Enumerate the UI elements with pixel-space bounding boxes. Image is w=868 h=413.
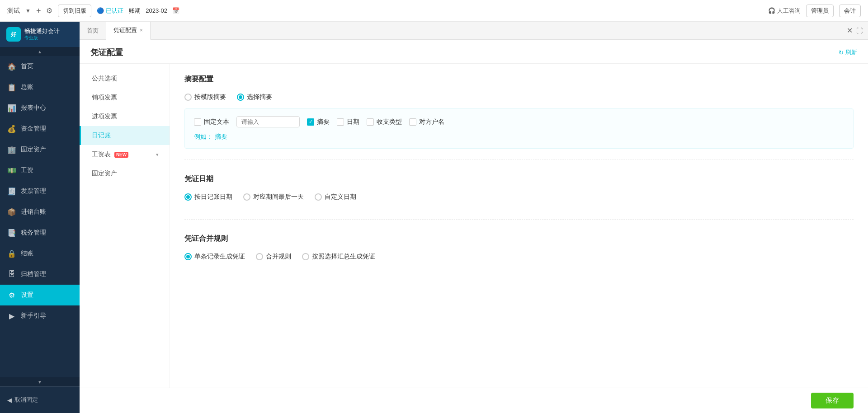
report-icon: 📊 <box>7 103 16 113</box>
company-dropdown-icon[interactable]: ▼ <box>25 8 31 14</box>
period-label: 账期 2023-02 📅 <box>129 7 179 15</box>
save-button[interactable]: 保存 <box>811 393 854 408</box>
radio-select-summary-circle <box>237 94 244 101</box>
tab-close-icon[interactable]: × <box>140 27 143 33</box>
sidebar-item-assets[interactable]: 🏢 固定资产 <box>0 139 80 160</box>
sidebar-item-report[interactable]: 📊 报表中心 <box>0 98 80 118</box>
checkbox-fixed-text[interactable]: 固定文本 <box>194 118 229 126</box>
sidebar-item-home[interactable]: 🏠 首页 <box>0 56 80 77</box>
sidebar-item-tax[interactable]: 📑 税务管理 <box>0 222 80 243</box>
radio-single-record-circle <box>184 253 192 260</box>
cancel-fixed-button[interactable]: ◀ 取消固定 <box>0 391 80 408</box>
calendar-icon[interactable]: 📅 <box>172 7 179 14</box>
sidebar-item-trade[interactable]: 📦 进销台账 <box>0 202 80 222</box>
sidebar: 好 畅捷通好会计 专业版 ▲ 🏠 首页 📋 总账 📊 报表中心 💰 资金管理 <box>0 22 80 413</box>
radio-journal-date[interactable]: 按日记账日期 <box>184 193 232 201</box>
refresh-button[interactable]: ↻ 刷新 <box>839 48 857 56</box>
refresh-icon: ↻ <box>839 49 844 56</box>
consult-button[interactable]: 🎧 人工咨询 <box>768 7 801 15</box>
summary-radio-group: 按模版摘要 选择摘要 <box>184 93 854 101</box>
left-nav-sales[interactable]: 销项发票 <box>80 88 170 107</box>
left-nav-fixed-assets[interactable]: 固定资产 <box>80 164 170 183</box>
sidebar-item-invoice[interactable]: 🧾 发票管理 <box>0 181 80 202</box>
merge-section-title: 凭证合并规则 <box>184 234 854 244</box>
switch-version-button[interactable]: 切到旧版 <box>58 5 91 17</box>
checkbox-summary[interactable]: ✓ 摘要 <box>307 118 330 126</box>
example-text: 例如： 摘要 <box>194 133 844 141</box>
close-panel-icon[interactable]: ✕ <box>847 26 853 35</box>
left-nav: 公共选项 销项发票 进项发票 日记账 工资表 <box>80 64 170 388</box>
logo-text: 畅捷通好会计 专业版 <box>24 28 60 42</box>
sidebar-scroll-up[interactable]: ▲ <box>0 47 80 56</box>
page-content: 凭证配置 ↻ 刷新 公共选项 销项发票 进项发票 <box>80 40 868 388</box>
radio-journal-date-circle <box>184 193 192 201</box>
sidebar-item-ledger[interactable]: 📋 总账 <box>0 77 80 98</box>
headset-icon: 🎧 <box>768 7 775 14</box>
checkbox-date[interactable]: 日期 <box>337 118 359 126</box>
radio-merge-rules-circle <box>256 253 263 260</box>
summary-section: 摘要配置 按模版摘要 选择摘要 <box>184 75 854 160</box>
sidebar-scroll-down[interactable]: ▼ <box>0 377 80 386</box>
summary-config-box: 固定文本 ✓ 摘要 日期 <box>184 108 854 149</box>
page-header: 凭证配置 ↻ 刷新 <box>80 40 868 64</box>
checkbox-income-type[interactable]: 收支类型 <box>367 118 402 126</box>
radio-single-record[interactable]: 单条记录生成凭证 <box>184 253 245 261</box>
sidebar-item-settings[interactable]: ⚙ 设置 <box>0 285 80 305</box>
radio-template[interactable]: 按模版摘要 <box>184 93 226 101</box>
income-type-checkbox <box>367 118 374 126</box>
left-nav-journal[interactable]: 日记账 <box>80 126 170 145</box>
radio-merge-rules[interactable]: 合并规则 <box>256 253 291 261</box>
expand-icon[interactable]: ⛶ <box>856 27 863 34</box>
guide-icon: ▶ <box>7 311 16 320</box>
add-icon[interactable]: + <box>36 7 41 15</box>
fixed-text-input[interactable] <box>236 116 300 127</box>
ledger-icon: 📋 <box>7 83 16 92</box>
bottom-bar: 保存 <box>80 388 868 413</box>
date-section: 凭证日期 按日记账日期 对应期间最后一天 <box>184 174 854 220</box>
counterpart-checkbox <box>409 118 416 126</box>
left-nav-public[interactable]: 公共选项 <box>80 69 170 88</box>
tabs-actions: ✕ ⛶ <box>841 22 868 39</box>
left-nav-purchase[interactable]: 进项发票 <box>80 107 170 126</box>
merge-radio-group: 单条记录生成凭证 合并规则 按照选择汇总生成凭证 <box>184 253 854 261</box>
payroll-expand-icon[interactable]: ▾ <box>156 152 159 158</box>
sidebar-item-close[interactable]: 🔒 结账 <box>0 243 80 264</box>
radio-select-summary[interactable]: 选择摘要 <box>237 93 272 101</box>
radio-summary-generate[interactable]: 按照选择汇总生成凭证 <box>302 253 375 261</box>
accountant-button[interactable]: 会计 <box>839 5 861 17</box>
gear-icon[interactable]: ⚙ <box>46 6 52 15</box>
fixed-text-checkbox <box>194 118 201 126</box>
radio-template-circle <box>184 94 192 101</box>
sidebar-scroll: 🏠 首页 📋 总账 📊 报表中心 💰 资金管理 🏢 固定资产 💵 工资 <box>0 56 80 377</box>
pin-left-icon: ◀ <box>7 397 12 404</box>
left-nav-payroll[interactable]: 工资表 NEW ▾ <box>80 145 170 164</box>
radio-summary-generate-circle <box>302 253 309 260</box>
admin-button[interactable]: 管理员 <box>806 5 834 17</box>
sidebar-item-capital[interactable]: 💰 资金管理 <box>0 118 80 139</box>
tab-home[interactable]: 首页 <box>80 22 106 39</box>
tab-voucher-config[interactable]: 凭证配置 × <box>106 22 151 40</box>
sidebar-bottom: ◀ 取消固定 <box>0 386 80 413</box>
date-checkbox <box>337 118 344 126</box>
archive-icon: 🗄 <box>7 270 16 279</box>
sidebar-item-guide[interactable]: ▶ 新手引导 <box>0 305 80 326</box>
settings-icon: ⚙ <box>7 291 16 300</box>
top-bar-right: 🎧 人工咨询 管理员 会计 <box>768 5 861 17</box>
radio-period-last-circle <box>243 193 250 201</box>
date-section-title: 凭证日期 <box>184 174 854 184</box>
radio-period-last[interactable]: 对应期间最后一天 <box>243 193 304 201</box>
sidebar-item-archive[interactable]: 🗄 归档管理 <box>0 264 80 285</box>
logo-icon: 好 <box>6 27 21 42</box>
content-area: 首页 凭证配置 × ✕ ⛶ 凭证配置 ↻ 刷新 <box>80 22 868 413</box>
assets-icon: 🏢 <box>7 145 16 154</box>
company-name: 测试 <box>7 7 20 15</box>
sidebar-item-salary[interactable]: 💵 工资 <box>0 160 80 181</box>
tax-icon: 📑 <box>7 228 16 237</box>
inner-layout: 公共选项 销项发票 进项发票 日记账 工资表 <box>80 64 868 388</box>
summary-title: 摘要配置 <box>184 75 854 84</box>
shield-icon: 🔵 <box>97 7 104 14</box>
summary-config-row: 固定文本 ✓ 摘要 日期 <box>194 116 844 127</box>
merge-section: 凭证合并规则 单条记录生成凭证 合并规则 <box>184 234 854 279</box>
radio-custom-date[interactable]: 自定义日期 <box>315 193 356 201</box>
checkbox-counterpart[interactable]: 对方户名 <box>409 118 444 126</box>
